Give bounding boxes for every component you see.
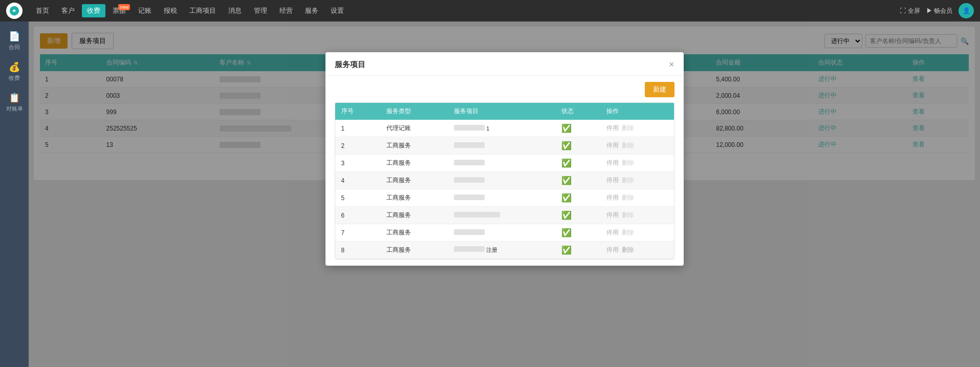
nav-settings[interactable]: 设置 [325,4,349,17]
nav-manage[interactable]: 管理 [249,4,272,17]
nav-items: 首页 客户 收费 票据 new 记账 报税 工商项目 消息 管理 经营 服务 设… [31,4,900,17]
nav-billing[interactable]: 收费 [82,4,105,17]
nav-invoice[interactable]: 票据 new [107,4,131,17]
service-items-modal: 服务项目 × 新建 序号 服务类型 服务项目 状态 操作 [325,52,684,266]
list-item: 1 代理记账 1 ✅ 停用删除 [335,120,674,137]
nav-biz[interactable]: 工商项目 [184,4,221,17]
modal-header: 服务项目 × [325,52,684,76]
sidebar: 📄 合同 💰 收费 📋 对账单 [0,21,29,367]
modal-col-op: 操作 [600,103,673,120]
nav-service[interactable]: 服务 [300,4,323,17]
app-logo [6,3,23,19]
sidebar-item-contract[interactable]: 📄 合同 [2,27,27,55]
right-actions: ⛶ 全屏 ▶ 畅会员 👤 [900,3,974,18]
list-item: 5 工商服务 ✅ 停用删除 [335,189,674,207]
modal-body: 新建 序号 服务类型 服务项目 状态 操作 [325,76,684,266]
modal-close-button[interactable]: × [669,59,674,70]
service-items-table: 序号 服务类型 服务项目 状态 操作 1 代理记账 1 ✅ [335,103,674,259]
modal-col-type: 服务类型 [380,103,448,120]
sidebar-item-reconcile-label: 对账单 [6,105,23,113]
list-item: 8 工商服务 注册 ✅ 停用删除 [335,242,674,259]
sidebar-item-billing[interactable]: 💰 收费 [2,57,27,86]
fullscreen-btn[interactable]: ⛶ 全屏 [900,7,920,15]
top-navigation: 首页 客户 收费 票据 new 记账 报税 工商项目 消息 管理 经营 服务 设… [0,0,980,21]
nav-home[interactable]: 首页 [31,4,54,17]
modal-overlay: 服务项目 × 新建 序号 服务类型 服务项目 状态 操作 [29,21,980,367]
list-item: 2 工商服务 ✅ 停用删除 [335,137,674,155]
list-item: 6 工商服务 ✅ 停用删除 [335,207,674,224]
contract-icon: 📄 [9,31,20,42]
modal-table-wrap[interactable]: 序号 服务类型 服务项目 状态 操作 1 代理记账 1 ✅ [335,102,674,260]
nav-tax[interactable]: 报税 [159,4,182,17]
list-item: 7 工商服务 ✅ 停用删除 [335,224,674,242]
sidebar-item-billing-label: 收费 [9,74,20,82]
avatar[interactable]: 👤 [959,3,974,18]
nav-client[interactable]: 客户 [56,4,80,17]
reconcile-icon: 📋 [9,92,20,103]
nav-bookkeeping[interactable]: 记账 [133,4,157,17]
billing-icon: 💰 [9,61,20,73]
list-item: 4 工商服务 ✅ 停用删除 [335,172,674,189]
modal-col-item: 服务项目 [448,103,555,120]
new-badge: new [118,4,130,10]
sidebar-item-contract-label: 合同 [9,44,20,51]
sidebar-item-reconcile[interactable]: 📋 对账单 [2,88,27,117]
list-item: 3 工商服务 ✅ 停用删除 [335,155,674,172]
modal-col-no: 序号 [335,103,380,120]
modal-new-button[interactable]: 新建 [645,82,674,97]
modal-col-status: 状态 [555,103,600,120]
modal-title: 服务项目 [335,60,365,70]
nav-messages[interactable]: 消息 [223,4,247,17]
modal-toolbar: 新建 [335,82,674,97]
member-btn[interactable]: ▶ 畅会员 [926,7,952,15]
nav-operation[interactable]: 经营 [274,4,298,17]
